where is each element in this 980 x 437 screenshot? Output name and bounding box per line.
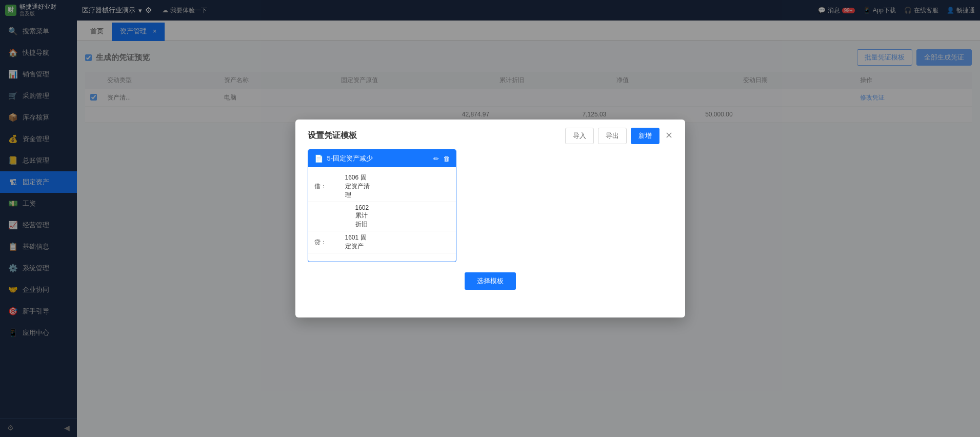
row2-side: 贷： (314, 238, 345, 247)
select-template-button[interactable]: 选择模板 (465, 272, 516, 290)
row0-account: 1606 固定资产清理 (345, 173, 373, 200)
dialog-toolbar: 导入 导出 新增 (565, 128, 659, 144)
dialog-title: 设置凭证模板 (308, 130, 357, 141)
new-button[interactable]: 新增 (631, 128, 659, 144)
template-delete-icon[interactable]: 🗑 (443, 155, 450, 163)
template-card-actions: ✏ 🗑 (433, 155, 450, 163)
dialog-set-template: 设置凭证模板 导入 导出 新增 ✕ 📄 5-固定资产减少 ✏ (295, 120, 685, 317)
modal-overlay: 设置凭证模板 导入 导出 新增 ✕ 📄 5-固定资产减少 ✏ (77, 21, 980, 437)
import-button[interactable]: 导入 (565, 128, 594, 144)
dialog-header: 设置凭证模板 导入 导出 新增 ✕ (295, 120, 685, 149)
template-row-2: 贷： 1601 固定资产 (308, 231, 456, 253)
template-row-0: 借： 1606 固定资产清理 (308, 171, 456, 202)
row1-account: 1602 累计折旧 (345, 204, 373, 229)
dialog-close-button[interactable]: ✕ (665, 130, 673, 141)
main-layout: 🔍 搜索菜单 🏠 快捷导航 📊 销售管理 🛒 采购管理 📦 库存核算 💰 (0, 21, 980, 437)
row0-side: 借： (314, 182, 345, 191)
row2-account: 1601 固定资产 (345, 233, 373, 251)
template-card-header: 📄 5-固定资产减少 ✏ 🗑 (308, 150, 456, 167)
export-button[interactable]: 导出 (598, 128, 627, 144)
template-card: 📄 5-固定资产减少 ✏ 🗑 借： 1606 固定资产清理 (308, 149, 456, 262)
template-card-title: 5-固定资产减少 (327, 154, 429, 163)
template-card-doc-icon: 📄 (314, 154, 323, 163)
content-area: 首页 资产管理 × 生成的凭证预览 批量凭证模板 全部生成凭证 (77, 21, 980, 437)
template-row-3 (308, 253, 456, 257)
template-card-body: 借： 1606 固定资产清理 1602 累计折旧 (308, 167, 456, 262)
template-edit-icon[interactable]: ✏ (433, 155, 439, 163)
template-row-1: 1602 累计折旧 (308, 202, 456, 231)
dialog-body: 📄 5-固定资产减少 ✏ 🗑 借： 1606 固定资产清理 (295, 149, 685, 302)
